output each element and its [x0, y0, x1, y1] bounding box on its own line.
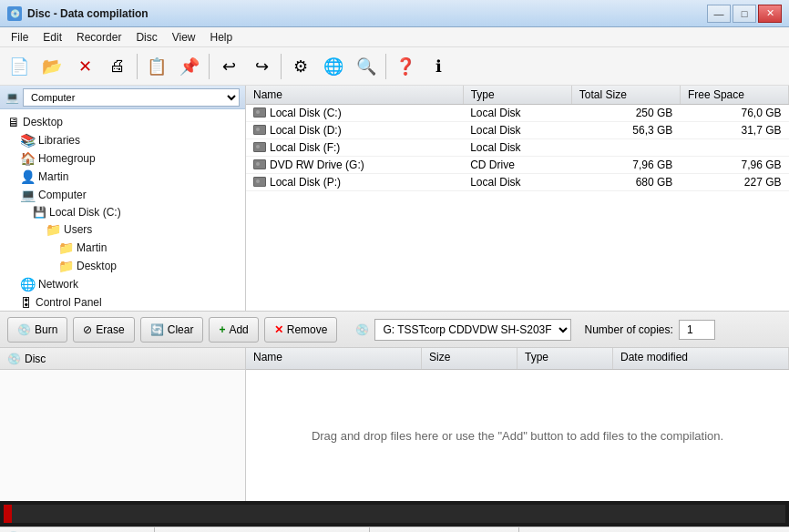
disc-panel-header: 💿 Disc	[0, 348, 245, 370]
menu-recorder[interactable]: Recorder	[69, 29, 128, 46]
col-header-type: Type	[463, 86, 571, 105]
col-header-total: Total Size	[571, 86, 680, 105]
tree-item-label: Desktop	[77, 260, 117, 272]
file-total-cell	[571, 139, 680, 157]
drive-select[interactable]: G: TSSTcorp CDDVDW SH-S203F	[374, 319, 571, 341]
computer-tree-icon: 💻	[20, 188, 36, 202]
menu-view[interactable]: View	[165, 29, 203, 46]
erase-icon: ⊘	[83, 323, 92, 336]
table-row[interactable]: Local Disk (F:) Local Disk	[246, 139, 789, 157]
compilation-area: 💿 Disc Name Size Type Date modified Drag…	[0, 348, 789, 501]
maximize-button[interactable]: □	[733, 5, 756, 23]
add-icon: +	[219, 323, 225, 336]
tree-item-homegroup[interactable]: 🏠 Homegroup	[0, 149, 245, 168]
tree-item-network[interactable]: 🌐 Network	[0, 275, 245, 293]
window-title: Disc - Data compilation	[27, 7, 149, 20]
remove-icon: ✕	[274, 323, 283, 336]
file-type-cell: Local Disk	[463, 174, 571, 191]
files-col-type: Type	[517, 348, 613, 369]
toolbar-sep-1	[137, 54, 138, 79]
progress-bar-area	[0, 501, 789, 527]
files-panel: Name Size Type Date modified Drag and dr…	[246, 348, 789, 501]
tree-item-control-panel[interactable]: 🎛 Control Panel	[0, 293, 245, 311]
minimize-button[interactable]: —	[707, 5, 731, 23]
tree-item-desktop[interactable]: 🖥 Desktop	[0, 113, 245, 131]
tree-item-martin-user[interactable]: 📁 Martin	[0, 239, 245, 257]
progress-fill	[4, 505, 12, 523]
disk-row-icon	[253, 159, 266, 169]
copies-input[interactable]	[679, 320, 715, 340]
redo-button[interactable]: ↪	[246, 51, 277, 82]
title-bar: 💿 Disc - Data compilation — □ ✕	[0, 0, 789, 27]
disk-row-icon	[253, 177, 266, 187]
burn-label: Burn	[35, 323, 57, 336]
table-row[interactable]: Local Disk (D:) Local Disk 56,3 GB 31,7 …	[246, 122, 789, 139]
tree-dropdown[interactable]: Computer	[23, 88, 240, 107]
file-total-cell: 250 GB	[571, 105, 680, 122]
status-remaining: Remaining Size: 8150,56 MB	[519, 527, 663, 532]
drop-zone: Drag and drop files here or use the "Add…	[246, 370, 789, 501]
search-button[interactable]: 🔍	[351, 51, 382, 82]
files-col-name: Name	[246, 348, 422, 369]
status-disc-type: 💿 DVD+R Dual Layer (Empty)	[0, 527, 155, 532]
folder-tree-panel: 💻 Computer 🖥 Desktop 📚 Libraries 🏠 Homeg…	[0, 86, 246, 311]
folder-users-icon: 📁	[46, 222, 61, 237]
disc-header-label: Disc	[25, 353, 46, 365]
file-total-cell: 680 GB	[571, 174, 680, 191]
menu-edit[interactable]: Edit	[36, 29, 69, 46]
network-icon: 🌐	[20, 277, 36, 292]
remove-label: Remove	[287, 323, 328, 336]
tree-item-label: Network	[38, 278, 78, 291]
col-header-name: Name	[246, 86, 463, 105]
clear-label: Clear	[168, 323, 194, 336]
tree-item-desktop-sub[interactable]: 📁 Desktop	[0, 257, 245, 275]
file-name-cell: Local Disk (F:)	[246, 139, 463, 157]
clear-button[interactable]: 🔄 Clear	[140, 317, 204, 343]
erase-button[interactable]: ⊘ Erase	[73, 317, 134, 343]
remove-button[interactable]: ✕ Remove	[264, 317, 338, 343]
table-row[interactable]: DVD RW Drive (G:) CD Drive 7,96 GB 7,96 …	[246, 157, 789, 174]
add-button[interactable]: + Add	[209, 317, 258, 343]
tree-item-label: Desktop	[23, 116, 63, 128]
undo-button[interactable]: ↩	[213, 51, 244, 82]
file-total-cell: 56,3 GB	[571, 122, 680, 139]
table-row[interactable]: Local Disk (P:) Local Disk 680 GB 227 GB	[246, 174, 789, 191]
tree-item-label: Martin	[38, 170, 68, 183]
tree-item-libraries[interactable]: 📚 Libraries	[0, 131, 245, 149]
disc-panel: 💿 Disc	[0, 348, 246, 501]
file-free-cell: 76,0 GB	[680, 105, 788, 122]
files-col-date: Date modified	[613, 348, 789, 369]
files-col-size: Size	[422, 348, 517, 369]
print-button[interactable]: 🖨	[102, 51, 133, 82]
info-button[interactable]: ℹ	[423, 51, 454, 82]
help-button[interactable]: ❓	[390, 51, 421, 82]
delete-button[interactable]: ✕	[69, 51, 100, 82]
folder-martin-icon: 📁	[58, 240, 74, 255]
drive-icon: 💿	[355, 323, 369, 336]
menu-help[interactable]: Help	[203, 29, 241, 46]
main-area: 💻 Computer 🖥 Desktop 📚 Libraries 🏠 Homeg…	[0, 86, 789, 312]
settings-button[interactable]: ⚙	[285, 51, 316, 82]
close-button[interactable]: ✕	[758, 5, 782, 23]
file-table-body: Local Disk (C:) Local Disk 250 GB 76,0 G…	[246, 105, 789, 191]
menu-disc[interactable]: Disc	[128, 29, 164, 46]
copy-button[interactable]: 📋	[141, 51, 172, 82]
burn-button[interactable]: 💿 Burn	[7, 317, 67, 343]
new-button[interactable]: 📄	[4, 51, 35, 82]
drop-message: Drag and drop files here or use the "Add…	[312, 429, 723, 443]
paste-button[interactable]: 📌	[174, 51, 205, 82]
table-row[interactable]: Local Disk (C:) Local Disk 250 GB 76,0 G…	[246, 105, 789, 122]
progress-remaining	[12, 505, 785, 523]
disk-row-icon	[253, 107, 266, 118]
tree-item-computer[interactable]: 💻 Computer	[0, 186, 245, 204]
homegroup-icon: 🏠	[20, 151, 36, 166]
menu-file[interactable]: File	[4, 29, 36, 46]
tree-item-local-c[interactable]: 💾 Local Disk (C:)	[0, 204, 245, 220]
tree-content: 🖥 Desktop 📚 Libraries 🏠 Homegroup 👤 Mart…	[0, 109, 245, 311]
globe-button[interactable]: 🌐	[318, 51, 349, 82]
libraries-icon: 📚	[20, 133, 36, 148]
tree-item-label: Control Panel	[36, 296, 102, 309]
tree-item-users[interactable]: 📁 Users	[0, 220, 245, 239]
tree-item-martin[interactable]: 👤 Martin	[0, 168, 245, 186]
open-button[interactable]: 📂	[36, 51, 67, 82]
